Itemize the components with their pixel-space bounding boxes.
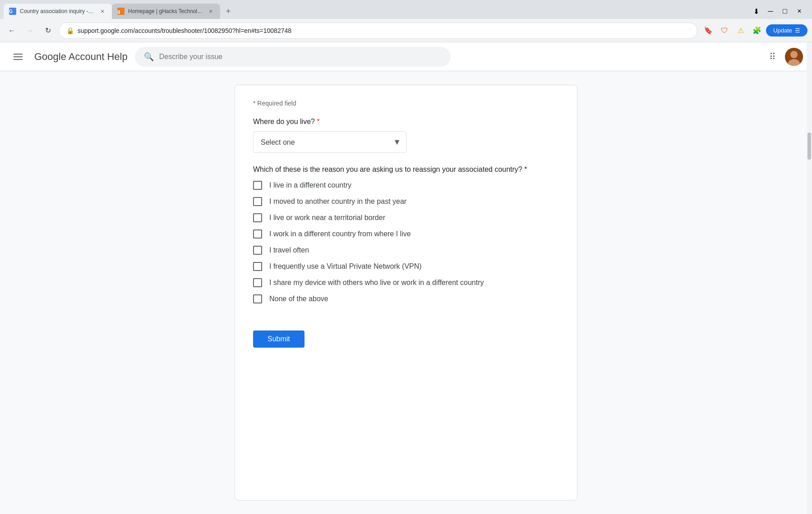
svg-rect-0 — [14, 54, 23, 55]
checkbox-label-7: I share my device with others who live o… — [269, 279, 484, 287]
required-star-1: * — [317, 118, 319, 125]
reason-question-label: Which of these is the reason you are ask… — [253, 165, 559, 174]
checkbox-1[interactable] — [253, 181, 262, 190]
country-select-wrapper: Select one ▼ — [253, 131, 406, 153]
url-text: support.google.com/accounts/troubleshoot… — [78, 27, 690, 34]
nav-right-icons: 🔖 🛡 ⚠ 🧩 Update ☰ — [701, 23, 807, 38]
update-button[interactable]: Update ☰ — [766, 24, 807, 37]
brave-shield-icon[interactable]: 🛡 — [717, 23, 732, 38]
minimize-button[interactable]: ─ — [765, 6, 776, 17]
svg-rect-1 — [14, 56, 23, 57]
app-title: Google Account Help — [34, 51, 128, 63]
checkbox-7[interactable] — [253, 278, 262, 287]
tab-inactive[interactable]: g Homepage | gHacks Technology News × — [112, 4, 220, 19]
tab-favicon-google: G — [9, 8, 16, 15]
checkbox-4[interactable] — [253, 229, 262, 239]
nav-bar: ← → ↻ 🔒 support.google.com/accounts/trou… — [0, 19, 812, 42]
checkbox-3[interactable] — [253, 213, 262, 222]
scrollbar-thumb[interactable] — [807, 133, 811, 160]
brave-alert-icon[interactable]: ⚠ — [734, 23, 748, 38]
main-content: * Required field Where do you live? * Se… — [0, 71, 812, 514]
add-tab-button[interactable]: + — [222, 5, 235, 18]
tab-close-active[interactable]: × — [98, 7, 106, 15]
tab-active[interactable]: G Country association inquiry - Goo... × — [4, 4, 112, 19]
tab-close-inactive[interactable]: × — [207, 7, 215, 15]
download-icon[interactable]: ⬇ — [751, 6, 761, 17]
app-header: Google Account Help 🔍 ⠿ — [0, 42, 812, 71]
checkbox-item-6[interactable]: I frequently use a Virtual Private Netwo… — [253, 262, 559, 271]
close-window-button[interactable]: × — [794, 6, 805, 17]
checkbox-item-2[interactable]: I moved to another country in the past y… — [253, 197, 559, 206]
checkbox-8[interactable] — [253, 294, 262, 303]
lock-icon: 🔒 — [66, 27, 74, 34]
checkbox-item-8[interactable]: None of the above — [253, 294, 559, 303]
submit-button[interactable]: Submit — [253, 330, 304, 348]
checkbox-5[interactable] — [253, 246, 262, 255]
required-star-2: * — [524, 165, 527, 173]
checkbox-2[interactable] — [253, 197, 262, 206]
form-card: * Required field Where do you live? * Se… — [235, 85, 577, 500]
country-select[interactable]: Select one — [253, 131, 406, 153]
browser-chrome: G Country association inquiry - Goo... ×… — [0, 0, 812, 42]
checkbox-label-3: I live or work near a territorial border — [269, 214, 385, 222]
apps-grid-icon[interactable]: ⠿ — [763, 48, 781, 66]
search-input[interactable] — [159, 53, 442, 61]
reload-button[interactable]: ↻ — [41, 23, 55, 38]
checkbox-group: I live in a different country I moved to… — [253, 181, 559, 303]
window-controls: ⬇ ─ □ × — [751, 6, 808, 17]
maximize-button[interactable]: □ — [780, 6, 790, 17]
bookmark-icon[interactable]: 🔖 — [701, 23, 715, 38]
tab-title-inactive: Homepage | gHacks Technology News — [128, 8, 203, 14]
hamburger-icon — [14, 52, 23, 61]
avatar-image — [785, 48, 803, 66]
where-live-section: Where do you live? * Select one ▼ — [253, 118, 559, 153]
required-note: * Required field — [253, 100, 559, 107]
header-right: ⠿ — [763, 48, 803, 66]
avatar[interactable] — [785, 48, 803, 66]
checkbox-label-1: I live in a different country — [269, 181, 351, 189]
extensions-icon[interactable]: 🧩 — [750, 23, 764, 38]
address-bar[interactable]: 🔒 support.google.com/accounts/troublesho… — [59, 23, 697, 39]
back-button[interactable]: ← — [5, 23, 19, 38]
svg-rect-2 — [14, 59, 23, 60]
where-live-label: Where do you live? * — [253, 118, 559, 126]
scrollbar-track — [807, 42, 812, 514]
update-menu-icon: ☰ — [795, 27, 800, 34]
checkbox-label-4: I work in a different country from where… — [269, 230, 411, 238]
checkbox-item-3[interactable]: I live or work near a territorial border — [253, 213, 559, 222]
search-bar[interactable]: 🔍 — [135, 47, 451, 67]
checkbox-label-8: None of the above — [269, 295, 328, 303]
reason-section: Which of these is the reason you are ask… — [253, 165, 559, 303]
checkbox-item-5[interactable]: I travel often — [253, 246, 559, 255]
checkbox-item-7[interactable]: I share my device with others who live o… — [253, 278, 559, 287]
checkbox-label-6: I frequently use a Virtual Private Netwo… — [269, 262, 422, 271]
checkbox-item-4[interactable]: I work in a different country from where… — [253, 229, 559, 239]
forward-button[interactable]: → — [23, 23, 37, 38]
svg-point-4 — [790, 51, 798, 58]
search-icon: 🔍 — [144, 52, 154, 62]
checkbox-label-5: I travel often — [269, 246, 309, 254]
checkbox-6[interactable] — [253, 262, 262, 271]
tab-favicon-ghacks: g — [117, 8, 125, 15]
checkbox-item-1[interactable]: I live in a different country — [253, 181, 559, 190]
hamburger-menu-button[interactable] — [9, 48, 27, 66]
tab-title-active: Country association inquiry - Goo... — [20, 8, 95, 14]
tab-bar: G Country association inquiry - Goo... ×… — [0, 0, 812, 19]
checkbox-label-2: I moved to another country in the past y… — [269, 197, 406, 206]
